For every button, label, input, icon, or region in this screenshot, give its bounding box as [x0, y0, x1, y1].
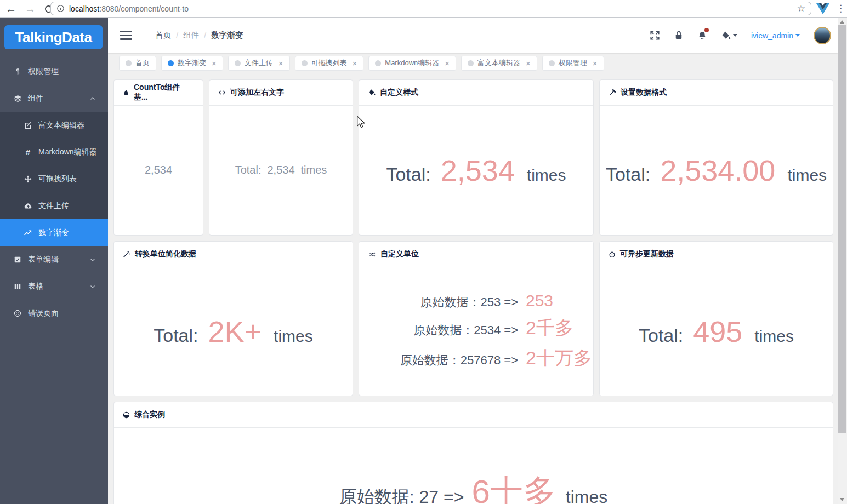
tab-label: 权限管理	[559, 58, 587, 68]
sidebar-item-label: 错误页面	[28, 308, 59, 318]
scroll-down-arrow-icon[interactable]	[840, 498, 844, 501]
tools-icon	[609, 89, 616, 96]
card-title: 综合实例	[134, 410, 165, 420]
tab-dot	[549, 60, 555, 66]
close-icon[interactable]: ×	[278, 59, 283, 67]
sidebar-item-label: 表单编辑	[28, 255, 59, 265]
unit-row-value: 2千多	[526, 316, 573, 341]
page-content: CountTo组件基... 2,534 可添加左右文字 Total: 2,534…	[108, 73, 838, 504]
card-title: 设置数据格式	[621, 88, 667, 98]
lock-icon[interactable]	[674, 30, 684, 41]
sidebar-item-upload[interactable]: 文件上传	[0, 192, 108, 219]
sidebar-item-label: 组件	[28, 94, 43, 104]
count-value: 495	[693, 314, 742, 348]
tab-richtext[interactable]: 富文本编辑器 ×	[461, 56, 537, 71]
tab-label: 首页	[135, 58, 150, 68]
sidebar: TalkingData 权限管理 组件 富文本编辑器	[0, 18, 108, 504]
hash-icon: #	[24, 147, 32, 157]
opened-tabs-bar: 首页 数字渐变 × 文件上传 × 可拖拽列表 × Markdown编辑器 × 富…	[108, 53, 838, 73]
card-left-right-text: 可添加左右文字 Total: 2,534 times	[209, 79, 353, 236]
close-icon[interactable]: ×	[445, 59, 450, 67]
url-host: localhost	[69, 4, 99, 13]
card-title: 自定义样式	[380, 88, 418, 98]
page-info-icon[interactable]	[56, 4, 65, 13]
vue-devtools-icon[interactable]	[816, 3, 829, 14]
close-icon[interactable]: ×	[526, 59, 531, 67]
card-title: CountTo组件基...	[134, 83, 194, 102]
count-prefix: Total:	[235, 164, 262, 176]
username: iview_admin	[751, 31, 793, 40]
card-data-format: 设置数据格式 Total: 2,534.00 times	[599, 79, 833, 236]
breadcrumb-separator: /	[176, 31, 178, 40]
submenu-components: 富文本编辑器 # Markdown编辑器 可拖拽列表 文件上传	[0, 112, 108, 246]
bell-icon[interactable]	[697, 30, 707, 41]
fullscreen-icon[interactable]	[650, 30, 660, 41]
tab-label: 文件上传	[245, 58, 273, 68]
sidebar-item-form-edit[interactable]: 表单编辑	[0, 246, 108, 273]
browser-menu-icon[interactable]: ⋮	[836, 3, 845, 14]
tab-count-to[interactable]: 数字渐变 ×	[161, 56, 223, 71]
tab-upload[interactable]: 文件上传 ×	[228, 56, 290, 71]
url-path: :8080/component/count-to	[99, 4, 189, 13]
sidebar-item-markdown[interactable]: # Markdown编辑器	[0, 139, 108, 165]
sidebar-item-permission[interactable]: 权限管理	[0, 58, 108, 85]
sidebar-item-table[interactable]: 表格	[0, 273, 108, 300]
card-async-update: 可异步更新数据 Total: 495 times	[599, 241, 833, 396]
chevron-down-icon	[795, 34, 800, 37]
count-value: 2,534.00	[660, 153, 775, 187]
theme-bucket-icon[interactable]	[721, 31, 737, 41]
shuffle-icon	[368, 251, 376, 258]
hamburger-menu-icon[interactable]	[120, 31, 132, 42]
forward-arrow-icon[interactable]: →	[25, 3, 36, 14]
bookmark-star-icon[interactable]: ☆	[797, 3, 805, 14]
tab-dot-active	[168, 60, 174, 66]
count-prefix: Total:	[606, 164, 650, 185]
chevron-down-icon	[733, 34, 737, 37]
back-arrow-icon[interactable]: ←	[5, 3, 16, 14]
tab-dot	[235, 60, 241, 66]
scrollbar-thumb[interactable]	[838, 25, 846, 433]
sidebar-item-count-to[interactable]: 数字渐变	[0, 219, 108, 246]
tab-permission[interactable]: 权限管理 ×	[542, 56, 604, 71]
tab-dot	[302, 60, 308, 66]
unit-row: 原始数据：257678 => 2十万多	[359, 346, 593, 371]
user-menu[interactable]: iview_admin	[751, 31, 800, 40]
table-icon	[13, 283, 22, 290]
tab-home[interactable]: 首页	[119, 56, 156, 71]
page-scrollbar[interactable]	[838, 18, 847, 504]
count-suffix: times	[274, 327, 313, 346]
tab-dot	[126, 60, 132, 66]
sidebar-item-error-pages[interactable]: 错误页面	[0, 300, 108, 327]
tab-markdown[interactable]: Markdown编辑器 ×	[368, 56, 456, 71]
breadcrumb-components[interactable]: 组件	[183, 30, 199, 41]
count-suffix: times	[527, 166, 566, 185]
paint-bucket-icon	[368, 89, 376, 96]
breadcrumb: 首页 / 组件 / 数字渐变	[155, 18, 243, 53]
url-bar[interactable]: localhost:8080/component/count-to ☆	[50, 2, 811, 15]
scroll-up-arrow-icon[interactable]	[840, 20, 844, 24]
card-simplify-unit: 转换单位简化数据 Total: 2K+ times	[113, 241, 353, 396]
tab-draggable-list[interactable]: 可拖拽列表 ×	[295, 56, 364, 71]
avatar[interactable]	[814, 27, 831, 44]
tab-label: 富文本编辑器	[477, 58, 520, 68]
sidebar-item-label: 富文本编辑器	[38, 121, 84, 130]
unit-row-label: 原始数据：253 =>	[359, 294, 518, 311]
tab-label: 可拖拽列表	[311, 58, 347, 68]
unit-row-label: 原始数据：2534 =>	[359, 322, 518, 339]
sidebar-item-components[interactable]: 组件	[0, 85, 108, 112]
tab-dot	[468, 60, 474, 66]
unit-row-label: 原始数据：257678 =>	[359, 352, 518, 369]
sidebar-item-richtext[interactable]: 富文本编辑器	[0, 112, 108, 139]
tab-label: Markdown编辑器	[385, 58, 439, 68]
contrast-icon	[123, 411, 130, 419]
close-icon[interactable]: ×	[593, 59, 598, 67]
breadcrumb-home[interactable]: 首页	[155, 30, 171, 41]
magic-wand-icon	[123, 250, 130, 258]
cloud-upload-icon	[24, 202, 32, 209]
sidebar-item-draggable-list[interactable]: 可拖拽列表	[0, 165, 108, 192]
close-icon[interactable]: ×	[212, 59, 217, 67]
sidebar-item-label: 数字渐变	[38, 228, 69, 238]
unit-row: 原始数据：253 => 253	[359, 291, 593, 311]
close-icon[interactable]: ×	[353, 59, 357, 67]
count-value: 2K+	[208, 314, 262, 348]
